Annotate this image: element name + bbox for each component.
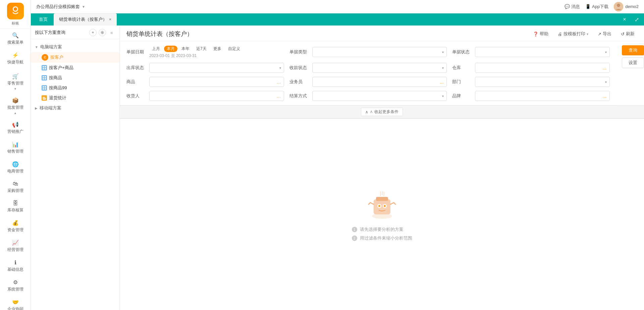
date-tab-custom[interactable]: 自定义 (225, 45, 243, 52)
product-more[interactable]: … (277, 80, 281, 85)
tree-item-return-stats[interactable]: 退货统计 (31, 93, 119, 103)
tab-home[interactable]: 首页 (34, 13, 53, 25)
sidebar-item-search[interactable]: 🔍 搜索菜单 (0, 29, 31, 49)
date-tab-last7[interactable]: 近7天 (194, 45, 209, 52)
filter-item-doc-type: 单据类型 ▾ (289, 45, 447, 59)
tree-item-label-customer-product: 按客户+商品 (49, 65, 73, 71)
message-btn[interactable]: 💬 消息 (565, 4, 580, 10)
sidebar-item-retail[interactable]: 🛒 零售管理 ▼ (0, 70, 31, 94)
query-btn[interactable]: 查询 (622, 45, 644, 55)
export-btn[interactable]: ↗ 导出 (595, 30, 614, 38)
sidebar-item-ecommerce[interactable]: 🌐 电商管理 (0, 158, 31, 177)
tree-group-desktop-header[interactable]: ▼ 电脑端方案 (31, 42, 119, 52)
app-download-btn[interactable]: 📱 App下载 (585, 4, 608, 10)
export-label: 导出 (603, 31, 611, 37)
sidebar-item-sales[interactable]: 📊 销售管理 (0, 138, 31, 158)
sidebar-item-system[interactable]: ⚙ 系统管理 (0, 276, 31, 296)
date-tabs: 上月 本月 本年 近7天 更多 自定义 (149, 45, 284, 52)
receiver-more[interactable]: … (277, 94, 281, 99)
department-label: 部门 (452, 79, 472, 85)
payment-select[interactable]: ▾ (312, 91, 447, 101)
svg-rect-10 (45, 76, 46, 78)
brand-label: 品牌 (452, 93, 472, 99)
empty-state: 1 请先选择要分析的方案 2 用过滤条件来缩小分析范围 (120, 119, 644, 310)
tree-item-label-product: 按商品 (49, 75, 62, 81)
product-select[interactable]: … (149, 77, 284, 87)
salesperson-label: 业务员 (289, 79, 310, 85)
help-icon: ❓ (533, 32, 538, 37)
tab-maximize-btn[interactable]: ⤢ (632, 15, 641, 24)
collapse-panel-btn[interactable]: « (108, 29, 115, 36)
receipt-status-select[interactable]: ▾ (312, 63, 447, 73)
sidebar-item-enterprise[interactable]: 🤝 企业协同 (0, 296, 31, 310)
brand-more[interactable]: … (602, 94, 607, 99)
svg-point-1 (14, 7, 17, 11)
date-tab-more[interactable]: 更多 (211, 45, 224, 52)
sidebar-item-label: 基础信息 (7, 267, 23, 272)
page-header-wrapper: 销货单统计表（按客户） ❓ 帮助 🖨 按模板打印 ▾ ↗ (120, 25, 644, 119)
settings-scheme-btn[interactable] (99, 29, 106, 36)
tip-text-2: 用过滤条件来缩小分析范围 (360, 235, 412, 241)
tree-item-by-customer-product[interactable]: 按客户+商品 (31, 63, 119, 73)
sidebar-item-finance[interactable]: 💰 资金管理 (0, 216, 31, 236)
brand-select[interactable]: … (475, 91, 610, 101)
tree-item-by-customer[interactable]: C 按客户 (31, 52, 119, 63)
salesperson-select[interactable]: … (312, 77, 447, 87)
tree-section: ▼ 电脑端方案 C 按客户 按客户+商品 (31, 39, 119, 116)
doc-type-select[interactable]: ▾ (312, 47, 447, 57)
warehouse-more[interactable]: … (602, 65, 607, 70)
department-select[interactable]: ▾ (475, 77, 610, 87)
filter-settings-btn[interactable]: 设置 (622, 57, 644, 68)
date-tab-this-month[interactable]: 本月 (164, 46, 177, 52)
receiver-select[interactable]: … (149, 91, 284, 101)
filter-row-3: 商品 … 业务员 (126, 77, 610, 87)
print-btn[interactable]: 🖨 按模板打印 ▾ (555, 30, 591, 38)
filter-item-doc-status: 单据状态 ▾ (452, 45, 610, 59)
tree-item-by-product[interactable]: 按商品 (31, 73, 119, 83)
sidebar-item-quicknav[interactable]: ⚡ 快捷导航 (0, 49, 31, 68)
sidebar-item-marketing[interactable]: 📢 营销推广 (0, 118, 31, 138)
sidebar-item-purchase[interactable]: 🛍 采购管理 (0, 177, 31, 197)
sidebar-item-label: 营销推广 (7, 129, 23, 135)
ecommerce-icon: 🌐 (12, 161, 19, 167)
sidebar-item-inventory[interactable]: 🗄 库存核算 (0, 197, 31, 216)
receipt-status-label: 收款状态 (289, 65, 310, 71)
sidebar-item-basicinfo[interactable]: ℹ 基础信息 (0, 256, 31, 276)
warehouse-select[interactable]: … (475, 63, 610, 73)
sidebar-item-label: 企业协同 (7, 306, 23, 310)
tab-home-label: 首页 (39, 16, 48, 22)
tab-close-btn[interactable]: × (109, 17, 111, 22)
date-picker-container: 上月 本月 本年 近7天 更多 自定义 2023-03-01 至 2023-03… (149, 45, 284, 59)
tab-sales-stats[interactable]: 销货单统计表（按客户） × (54, 13, 117, 25)
tree-item-label-customer: 按客户 (50, 54, 63, 60)
svg-rect-17 (43, 98, 46, 99)
out-status-select[interactable]: ▾ (149, 63, 284, 73)
print-label: 按模板打印 (564, 31, 585, 37)
salesperson-more[interactable]: … (439, 80, 444, 85)
out-status-arrow: ▾ (279, 66, 281, 70)
tab-close-window-btn[interactable]: × (620, 15, 629, 24)
sidebar-item-wholesale[interactable]: 📦 批发管理 ▲ (0, 94, 31, 118)
refresh-btn[interactable]: ↺ 刷新 (618, 30, 637, 38)
sidebar-item-label: 快捷导航 (7, 59, 23, 65)
tree-item-by-product-99[interactable]: 按商品99 (31, 83, 119, 93)
tree-arrow-desktop: ▼ (35, 45, 38, 49)
user-menu-btn[interactable]: demo2 (614, 2, 639, 11)
tree-group-mobile-header[interactable]: ▶ 移动端方案 (31, 103, 119, 113)
svg-rect-22 (376, 197, 388, 201)
sidebar-item-label: 经营管理 (7, 247, 23, 253)
user-avatar (614, 2, 623, 11)
collapse-bar-btn[interactable]: ∧ ∧ 收起更多条件 (361, 108, 402, 116)
date-tab-last-month[interactable]: 上月 (149, 45, 163, 52)
sales-icon: 📊 (12, 141, 19, 148)
add-scheme-btn[interactable]: + (89, 29, 97, 36)
tree-group-desktop: ▼ 电脑端方案 C 按客户 按客户+商品 (31, 42, 119, 103)
payment-label: 结算方式 (289, 93, 310, 99)
content-area: 按以下方案查询 + « ▼ 电脑端方案 (31, 25, 644, 310)
sidebar-item-operations[interactable]: 📈 经营管理 (0, 236, 31, 256)
doc-status-select[interactable]: ▾ (475, 47, 610, 57)
date-tab-this-year[interactable]: 本年 (179, 45, 192, 52)
collapse-bar[interactable]: ∧ ∧ 收起更多条件 (120, 105, 644, 118)
app-title-dropdown[interactable]: ▾ (83, 4, 85, 9)
help-btn[interactable]: ❓ 帮助 (530, 30, 551, 38)
